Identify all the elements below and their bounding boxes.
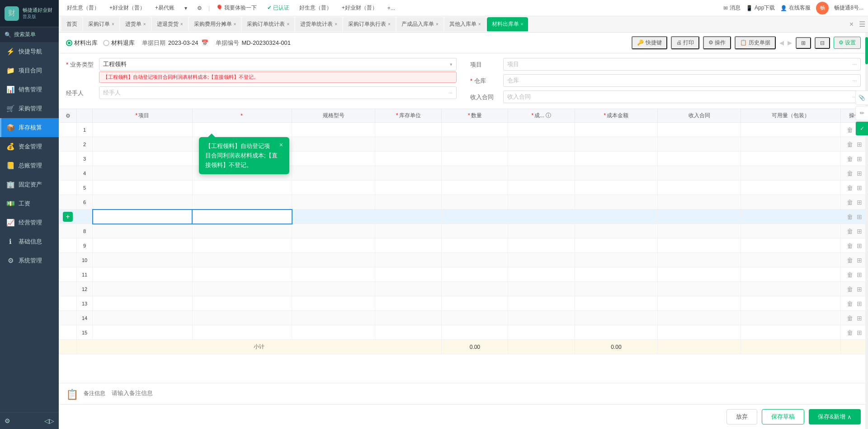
row-unit[interactable] [375, 253, 442, 267]
topbar-finance2[interactable]: +好业财（普） [338, 2, 381, 14]
radio-material-return[interactable]: 材料退库 [103, 39, 135, 47]
row-unit[interactable] [375, 238, 442, 253]
row-qty[interactable] [442, 210, 508, 224]
handler-input[interactable]: 经手人 ··· [99, 86, 457, 99]
row-delete-btn[interactable]: 🗑 [845, 212, 855, 221]
row-project[interactable] [93, 123, 193, 137]
row-cost[interactable] [508, 282, 575, 296]
sidebar-item-funds[interactable]: 💰 资金管理 [0, 137, 59, 156]
sidebar-item-quicknav[interactable]: ⚡ 快捷导航 [0, 42, 59, 61]
row-copy-btn[interactable]: ⊞ [855, 299, 864, 308]
tab-close-other[interactable]: × [478, 22, 481, 27]
row-spec[interactable] [292, 137, 375, 152]
row-cost-amount[interactable] [575, 296, 658, 311]
row-income-contract[interactable] [658, 137, 741, 152]
row-project[interactable] [93, 137, 193, 152]
row-cost-amount[interactable] [575, 137, 658, 152]
sidebar-item-system[interactable]: ⚙ 系统管理 [0, 251, 59, 270]
row-income-contract[interactable] [658, 238, 741, 253]
sidebar-item-payroll[interactable]: 💵 工资 [0, 194, 59, 213]
nav-next[interactable]: ▶ [788, 39, 792, 46]
row-project[interactable] [93, 267, 193, 282]
row-delete-btn[interactable]: 🗑 [845, 227, 855, 236]
row-cost[interactable] [508, 181, 575, 195]
row-cost-amount[interactable] [575, 123, 658, 137]
save-new-button[interactable]: 保存&新增 ∧ [809, 409, 861, 424]
topbar-good-finance[interactable]: +好业财（普） [106, 2, 149, 14]
row-spec[interactable] [292, 224, 375, 238]
row-copy-btn[interactable]: ⊞ [855, 256, 864, 265]
row-qty[interactable] [442, 238, 508, 253]
row-cost[interactable] [508, 166, 575, 181]
settings-col-header[interactable]: ⚙ [59, 109, 77, 123]
row-unit[interactable] [375, 137, 442, 152]
row-available[interactable] [741, 238, 841, 253]
row-project-active[interactable] [93, 210, 193, 224]
discard-button[interactable]: 放弃 [726, 409, 757, 424]
sidebar-settings-btn[interactable]: ⚙ [5, 417, 10, 424]
row-material[interactable] [192, 224, 292, 238]
row-delete-btn[interactable]: 🗑 [845, 314, 855, 323]
row-available[interactable] [741, 181, 841, 195]
row-spec[interactable] [292, 210, 375, 224]
row-income-contract[interactable] [658, 267, 741, 282]
row-available[interactable] [741, 267, 841, 282]
row-cost-amount[interactable] [575, 282, 658, 296]
topbar-app-download[interactable]: 📱 App下载 [746, 4, 775, 12]
row-cost-amount[interactable] [575, 181, 658, 195]
row-available[interactable] [741, 282, 841, 296]
row-cost-amount[interactable] [575, 152, 658, 166]
income-contract-input[interactable]: 收入合同 ··· [503, 91, 861, 103]
tab-goods-receipt[interactable]: 进货单 × [120, 17, 151, 31]
row-material[interactable] [192, 282, 292, 296]
row-copy-btn[interactable]: ⊞ [855, 169, 864, 178]
row-copy-btn[interactable]: ⊞ [855, 183, 864, 192]
row-income-contract[interactable] [658, 195, 741, 210]
settings-btn[interactable]: ⚙ 设置 [834, 37, 861, 49]
row-unit[interactable] [375, 224, 442, 238]
sidebar-item-basics[interactable]: ℹ 基础信息 [0, 232, 59, 251]
row-cost-amount[interactable] [575, 224, 658, 238]
row-unit[interactable] [375, 166, 442, 181]
row-qty[interactable] [442, 181, 508, 195]
row-copy-btn[interactable]: ⊞ [855, 227, 864, 236]
layout-btn1[interactable]: ⊞ [796, 37, 811, 49]
tab-close-all[interactable]: × [849, 20, 854, 29]
row-material[interactable] [192, 296, 292, 311]
row-cost-amount[interactable] [575, 238, 658, 253]
row-delete-btn[interactable]: 🗑 [845, 270, 855, 279]
row-material[interactable] [192, 325, 292, 340]
row-spec[interactable] [292, 181, 375, 195]
row-qty[interactable] [442, 152, 508, 166]
row-cost-amount[interactable] [575, 267, 658, 282]
row-delete-btn[interactable]: 🗑 [845, 154, 855, 163]
project-input[interactable]: 项目 ··· [503, 58, 861, 71]
row-qty[interactable] [442, 267, 508, 282]
warehouse-input[interactable]: 仓库 ··· [503, 74, 861, 87]
row-qty[interactable] [442, 296, 508, 311]
row-spec[interactable] [292, 166, 375, 181]
row-income-contract[interactable] [658, 166, 741, 181]
row-cost-amount[interactable] [575, 166, 658, 181]
topbar-more[interactable]: +... [384, 3, 399, 13]
tab-order-stats[interactable]: 采购订单统计表 × [242, 17, 294, 31]
row-unit[interactable] [375, 210, 442, 224]
row-cost[interactable] [508, 224, 575, 238]
row-available[interactable] [741, 311, 841, 325]
calendar-icon[interactable]: 📅 [201, 39, 208, 46]
tab-purchase-order[interactable]: 采购订单 × [83, 17, 119, 31]
row-project[interactable] [93, 253, 193, 267]
row-delete-btn[interactable]: 🗑 [845, 285, 855, 294]
row-cost[interactable] [508, 137, 575, 152]
history-docs-btn[interactable]: 📋 历史单据 [735, 36, 775, 49]
row-available[interactable] [741, 195, 841, 210]
tooltip-close-btn[interactable]: × [279, 142, 283, 148]
row-income-contract[interactable] [658, 311, 741, 325]
row-cost[interactable] [508, 253, 575, 267]
row-spec[interactable] [292, 311, 375, 325]
row-copy-btn[interactable]: ⊞ [855, 154, 864, 163]
tab-close-order-stats[interactable]: × [287, 22, 289, 27]
row-unit[interactable] [375, 123, 442, 137]
tab-close-return[interactable]: × [180, 22, 183, 27]
row-material[interactable] [192, 238, 292, 253]
